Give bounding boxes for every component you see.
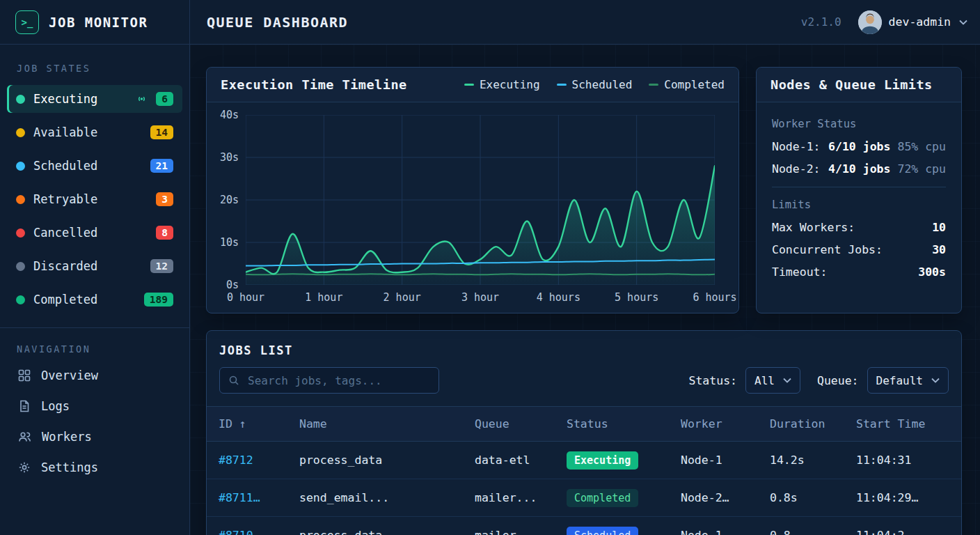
x-tick: 0 hour [227, 291, 264, 304]
node-name: Node-2: [772, 162, 821, 176]
sidebar: JOB STATES Executing 6 Available 14 Sche… [0, 45, 190, 535]
limit-value: 30 [932, 243, 946, 256]
job-states-section-label: JOB STATES [0, 53, 189, 79]
sidebar-item-overview[interactable]: Overview [0, 360, 189, 391]
queue-filter-select[interactable]: Default [867, 367, 949, 394]
status-filter-select[interactable]: All [745, 367, 800, 394]
sidebar-item-logs[interactable]: Logs [0, 391, 189, 421]
timeline-card: Execution Time Timeline Executing Schedu… [206, 67, 739, 313]
node-row: Node-1: 6/10 jobs 85% cpu [772, 140, 946, 153]
sidebar-item-settings[interactable]: Settings [0, 452, 189, 483]
job-queue: data-etl [475, 453, 567, 467]
x-tick: 3 hour [461, 291, 499, 304]
sidebar-state-available[interactable]: Available 14 [7, 118, 182, 146]
chart-x-axis: 0 hour 1 hour 2 hour 3 hour 4 hours 5 ho… [246, 285, 715, 304]
jobs-list-card: JOBS LIST Status: All Que [206, 330, 962, 535]
navigation-section-label: NAVIGATION [0, 334, 189, 360]
job-duration: 0.8… [770, 529, 856, 535]
jobs-table-header: ID ↑ Name Queue Status Worker Duration S… [207, 406, 961, 442]
chart-body: 40s 30s 20s 10s 0s [207, 102, 738, 313]
state-label: Cancelled [33, 226, 97, 240]
job-worker: Node-2… [681, 491, 770, 504]
logo-glyph: >_ [22, 17, 33, 28]
column-start-time[interactable]: Start Time [856, 417, 961, 431]
table-row[interactable]: #8710… process_data… mailer... Scheduled… [207, 517, 961, 535]
y-tick: 30s [220, 151, 239, 164]
nodes-card-header: Nodes & Queue Limits [757, 68, 961, 102]
gear-icon [18, 461, 31, 474]
nav-label: Settings [41, 460, 98, 474]
legend-executing[interactable]: Executing [464, 78, 540, 91]
column-status[interactable]: Status [567, 417, 681, 431]
y-tick: 20s [220, 194, 239, 206]
state-count-badge: 3 [156, 192, 173, 206]
column-id[interactable]: ID ↑ [219, 417, 299, 431]
sidebar-state-executing[interactable]: Executing 6 [7, 85, 182, 113]
state-label: Executing [33, 92, 97, 106]
sidebar-state-scheduled[interactable]: Scheduled 21 [7, 152, 182, 180]
legend-label: Completed [664, 78, 725, 91]
retryable-dot [16, 195, 25, 204]
job-duration: 0.8s [770, 491, 856, 504]
column-name[interactable]: Name [299, 417, 475, 431]
state-count-badge: 12 [150, 259, 173, 273]
nav-label: Workers [42, 430, 92, 444]
job-start-time: 11:04:29… [856, 491, 961, 504]
node-cpu: 72% cpu [897, 162, 946, 176]
grid-icon [18, 369, 31, 382]
sidebar-state-retryable[interactable]: Retryable 3 [7, 185, 182, 213]
node-jobs: 6/10 jobs [828, 140, 890, 153]
main-content: Execution Time Timeline Executing Schedu… [190, 45, 980, 535]
y-tick: 10s [220, 236, 239, 249]
user-menu[interactable]: dev-admin [858, 10, 967, 34]
job-id-link[interactable]: #8710… [219, 529, 299, 535]
queue-filter-value: Default [876, 374, 923, 387]
chart-legend: Executing Scheduled Completed [464, 78, 725, 91]
nodes-card: Nodes & Queue Limits Worker Status Node-… [756, 67, 962, 313]
discarded-dot [16, 262, 25, 271]
job-start-time: 11:04:2… [856, 529, 961, 535]
job-name: send_email... [299, 491, 475, 504]
column-worker[interactable]: Worker [681, 417, 770, 431]
status-badge: Executing [567, 451, 638, 470]
jobs-list-title: JOBS LIST [207, 331, 961, 367]
state-count-badge: 8 [156, 226, 173, 240]
legend-scheduled[interactable]: Scheduled [557, 78, 633, 91]
jobs-controls: Status: All Queue: Default [207, 367, 961, 406]
column-duration[interactable]: Duration [770, 417, 856, 431]
table-row[interactable]: #8711… send_email... mailer... Completed… [207, 479, 961, 517]
sidebar-state-cancelled[interactable]: Cancelled 8 [7, 219, 182, 247]
state-label: Discarded [33, 259, 97, 273]
legend-completed[interactable]: Completed [649, 78, 725, 91]
document-icon [18, 400, 31, 412]
legend-label: Scheduled [572, 78, 633, 91]
filter-group: Status: All Queue: Default [689, 367, 949, 394]
state-label: Completed [33, 293, 97, 307]
node-row: Node-2: 4/10 jobs 72% cpu [772, 162, 946, 176]
nav-label: Overview [41, 369, 98, 382]
search-icon [228, 375, 239, 386]
search-input[interactable] [246, 373, 430, 388]
nav-label: Logs [41, 399, 70, 413]
column-queue[interactable]: Queue [475, 417, 567, 431]
limit-value: 10 [932, 221, 946, 234]
chart-y-axis: 40s 30s 20s 10s 0s [214, 115, 246, 285]
sidebar-state-completed[interactable]: Completed 189 [7, 286, 182, 313]
state-count-badge: 6 [156, 92, 173, 106]
x-tick: 5 hours [615, 291, 658, 304]
limits-label: Limits [772, 199, 946, 211]
sidebar-state-discarded[interactable]: Discarded 12 [7, 252, 182, 280]
job-start-time: 11:04:31 [856, 453, 961, 467]
state-count-badge: 14 [150, 125, 173, 139]
job-id-link[interactable]: #8711… [219, 491, 299, 504]
status-badge: Completed [567, 489, 638, 507]
y-tick: 0s [226, 279, 239, 291]
job-id-link[interactable]: #8712 [219, 453, 299, 467]
version-label: v2.1.0 [801, 15, 841, 29]
x-tick: 1 hour [305, 291, 342, 304]
completed-dot [16, 295, 25, 304]
sidebar-item-workers[interactable]: Workers [0, 421, 189, 452]
table-row[interactable]: #8712 process_data data-etl Executing No… [207, 442, 961, 479]
job-queue: mailer... [475, 529, 567, 535]
job-worker: Node-1… [681, 529, 770, 535]
